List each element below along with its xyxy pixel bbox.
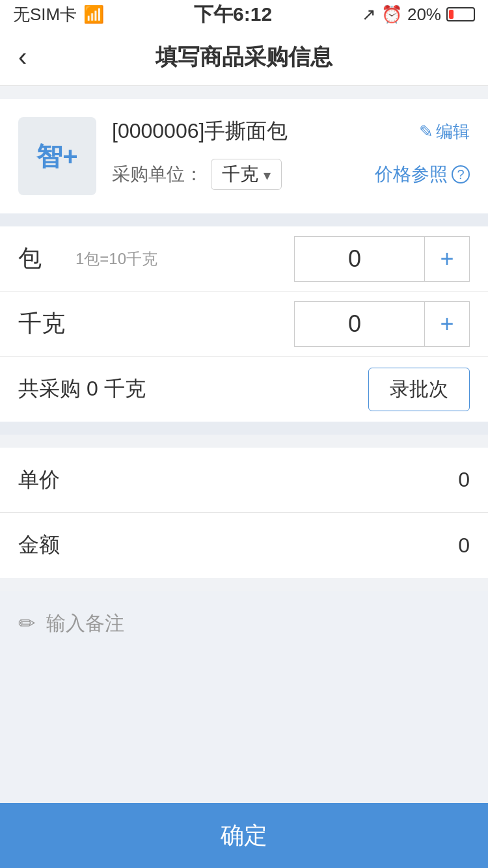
quantity-input-wrap-kg: + xyxy=(294,301,470,347)
unit-row: 采购单位： 千克 价格参照 ? xyxy=(112,159,470,190)
header: ‹ 填写商品采购信息 xyxy=(0,29,488,86)
quantity-label-bag: 包 xyxy=(18,243,70,275)
sim-text: 无SIM卡 xyxy=(13,3,77,26)
back-button[interactable]: ‹ xyxy=(18,42,27,72)
quantity-input-wrap-bag: + xyxy=(294,236,470,282)
status-bar: 无SIM卡 📶 下午6:12 ↗ ⏰ 20% xyxy=(0,0,488,29)
unit-selector-wrap: 采购单位： 千克 xyxy=(112,159,282,190)
quantity-section: 包 1包=10千克 + 千克 + xyxy=(0,226,488,357)
divider-2 xyxy=(0,422,488,435)
location-icon: ↗ xyxy=(362,5,376,25)
price-row-amount: 金额 0 xyxy=(0,513,488,578)
total-row: 共采购 0 千克 录批次 xyxy=(0,357,488,422)
quantity-label-kg: 千克 xyxy=(18,308,70,340)
battery-icon xyxy=(446,7,475,21)
page-title: 填写商品采购信息 xyxy=(156,42,332,72)
product-image: 智+ xyxy=(18,117,96,195)
help-icon: ? xyxy=(452,165,470,183)
record-batch-button[interactable]: 录批次 xyxy=(368,368,470,411)
product-logo: 智+ xyxy=(36,139,77,174)
quantity-plus-kg[interactable]: + xyxy=(424,301,470,347)
unit-value: 千克 xyxy=(222,162,258,187)
status-time: 下午6:12 xyxy=(194,1,272,28)
battery-percent: 20% xyxy=(407,5,441,25)
amount-label: 金额 xyxy=(18,531,60,560)
price-section: 单价 0 金额 0 xyxy=(0,448,488,578)
edit-label: 编辑 xyxy=(436,120,470,143)
status-right: ↗ ⏰ 20% xyxy=(362,5,475,25)
quantity-plus-bag[interactable]: + xyxy=(424,236,470,282)
pencil-icon xyxy=(419,122,433,142)
note-pencil-icon: ✏ xyxy=(18,611,36,636)
note-section[interactable]: ✏ 输入备注 xyxy=(0,591,488,656)
quantity-input-bag[interactable] xyxy=(294,236,424,282)
quantity-row-bag: 包 1包=10千克 + xyxy=(0,226,488,292)
status-left: 无SIM卡 📶 xyxy=(13,3,104,26)
product-card: 智+ [0000006]手撕面包 编辑 采购单位： 千克 xyxy=(0,99,488,213)
unit-label: 采购单位： xyxy=(112,162,203,187)
wifi-icon: 📶 xyxy=(83,5,104,25)
unit-price-value: 0 xyxy=(458,468,470,492)
price-ref-button[interactable]: 价格参照 ? xyxy=(375,162,470,187)
quantity-sublabel-bag: 1包=10千克 xyxy=(75,249,294,269)
edit-button[interactable]: 编辑 xyxy=(419,120,470,143)
price-row-unit: 单价 0 xyxy=(0,448,488,513)
divider-1 xyxy=(0,213,488,226)
confirm-button[interactable]: 确定 xyxy=(0,803,488,868)
total-text: 共采购 0 千克 xyxy=(18,375,146,403)
quantity-input-kg[interactable] xyxy=(294,301,424,347)
note-placeholder: 输入备注 xyxy=(46,610,124,637)
amount-value: 0 xyxy=(458,534,470,558)
product-name-row: [0000006]手撕面包 编辑 xyxy=(112,117,470,146)
price-ref-label: 价格参照 xyxy=(375,162,448,187)
unit-dropdown[interactable]: 千克 xyxy=(211,159,282,190)
quantity-row-kg: 千克 + xyxy=(0,292,488,357)
alarm-icon: ⏰ xyxy=(381,5,402,25)
product-info: [0000006]手撕面包 编辑 采购单位： 千克 价格参照 ? xyxy=(112,117,470,190)
product-name: [0000006]手撕面包 xyxy=(112,117,288,146)
chevron-down-icon xyxy=(264,164,271,185)
unit-price-label: 单价 xyxy=(18,466,60,495)
